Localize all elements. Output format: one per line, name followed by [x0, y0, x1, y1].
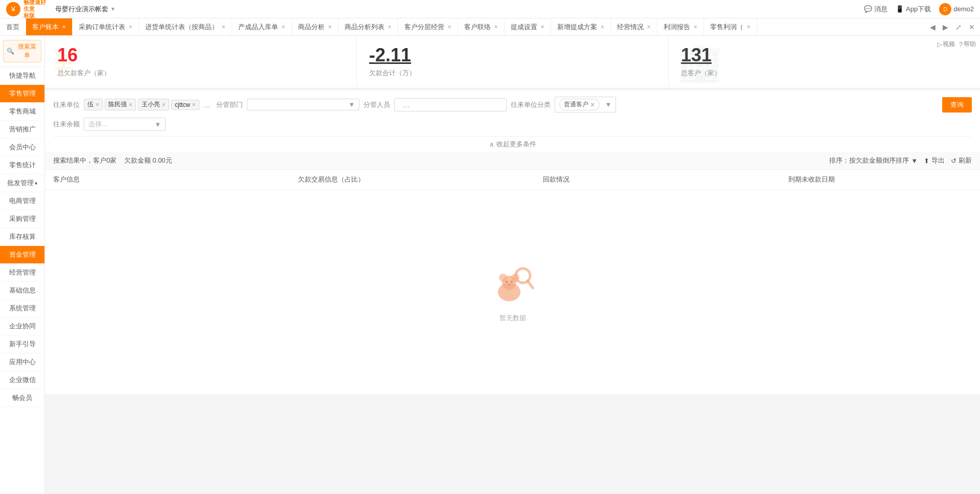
tab-promotion-settings-close[interactable]: ✕ [540, 24, 544, 30]
sidebar-item-member[interactable]: 畅会员 [0, 389, 44, 407]
nav-close-all-btn[interactable]: ✕ [967, 22, 977, 32]
tab-product-analysis-list[interactable]: 商品分析列表 ✕ [338, 18, 398, 36]
sidebar-item-inventory[interactable]: 库存核算 [0, 228, 44, 246]
tab-operations-label: 经营情况 [617, 23, 644, 32]
filter-tag-cjttcw: cjttcw ✕ [171, 100, 199, 110]
tab-retail-profit-close[interactable]: ✕ [746, 24, 750, 30]
empty-illustration [490, 261, 536, 307]
filter-category-tag-close[interactable]: ✕ [590, 101, 595, 108]
sidebar-item-enterprise-collab[interactable]: 企业协同 [0, 318, 44, 335]
sidebar-item-enterprise-wechat[interactable]: 企业微信 [0, 371, 44, 389]
tab-product-analysis-list-label: 商品分析列表 [345, 23, 384, 32]
sidebar-item-member-center[interactable]: 会员中心 [0, 139, 44, 156]
main-layout: 🔍 搜索菜单 快捷导航 零售管理 零售商城 营销推广 会员中心 零售统计 批发管… [0, 36, 980, 494]
tab-operations[interactable]: 经营情况 ✕ [611, 18, 657, 36]
stat-debt-amount: ✦ -2.11 欠款合计（万） [357, 36, 669, 88]
sidebar-item-system[interactable]: 系统管理 [0, 300, 44, 318]
filter-tag-wu: 伍 ✕ [84, 99, 103, 110]
filter-row-2: 往来余额 选择... ▼ [53, 118, 972, 131]
sidebar-item-retail-mall[interactable]: 零售商城 [0, 103, 44, 121]
filter-remaining-select[interactable]: 选择... ▼ [84, 118, 166, 131]
tab-accounts-close[interactable]: ✕ [62, 24, 66, 30]
sidebar-item-basic-info[interactable]: 基础信息 [0, 282, 44, 300]
messages-btn[interactable]: 💬 消息 [864, 5, 887, 14]
tab-stock-stats-close[interactable]: ✕ [221, 24, 225, 30]
help-link[interactable]: ? 帮助 [959, 40, 976, 49]
tab-accounts[interactable]: 客户账本 ✕ [26, 18, 73, 36]
result-actions: 排序：按欠款金额倒序排序 ▼ ⬆ 导出 ↺ 刷新 [829, 156, 972, 165]
sidebar-item-app-center[interactable]: 应用中心 [0, 353, 44, 371]
sidebar-item-ops-mgmt[interactable]: 经营管理 [0, 264, 44, 282]
company-selector[interactable]: 母婴行业演示帐套 ▼ [55, 5, 116, 14]
sidebar-item-retail-stats[interactable]: 零售统计 [0, 156, 44, 174]
filter-row-1: 往来单位 伍 ✕ 陈民强 ✕ 王小亮 ✕ cjttcw [53, 97, 972, 113]
search-menu-btn[interactable]: 🔍 搜索菜单 [3, 40, 41, 62]
tab-customer-tier-close[interactable]: ✕ [447, 24, 451, 30]
tab-promotion-settings-label: 提成设置 [511, 23, 537, 32]
filter-branch-person-select[interactable]: ... [394, 98, 507, 111]
nav-scroll-right-btn[interactable]: ▶ [941, 22, 950, 32]
tab-customer-contact[interactable]: 客户联络 ✕ [458, 18, 505, 36]
wholesale-arrow-icon: ▾ [35, 181, 37, 186]
nav-scroll-left-btn[interactable]: ◀ [928, 22, 938, 32]
table-container: 客户信息 欠款交易信息（占比） 回款情况 到期未收款日期 [45, 170, 980, 394]
tab-profit-report[interactable]: 利润报告 ✕ [657, 18, 704, 36]
tab-promotion-settings[interactable]: 提成设置 ✕ [505, 18, 551, 36]
play-icon: ▷ [937, 41, 942, 48]
tab-production-stock[interactable]: 产成品入库单 ✕ [232, 18, 292, 36]
tab-accounts-label: 客户账本 [32, 23, 59, 32]
sidebar-item-marketing[interactable]: 营销推广 [0, 121, 44, 139]
empty-text: 暂无数据 [499, 313, 526, 323]
tab-profit-report-close[interactable]: ✕ [693, 24, 697, 30]
stat-debt-customers: ¥ 16 总欠款客户（家） [45, 36, 357, 88]
filter-branch-person-ellipsis[interactable]: ... [401, 100, 412, 109]
tab-purchase-orders[interactable]: 采购订单统计表 ✕ [73, 18, 139, 36]
filter-tag-wu-close[interactable]: ✕ [95, 102, 99, 107]
tab-customer-tier-label: 客户分层经营 [404, 23, 444, 32]
tab-retail-profit[interactable]: 零售利润（ ✕ [704, 18, 757, 36]
help-icon: ? [959, 41, 963, 48]
nav-expand-btn[interactable]: ⤢ [953, 22, 964, 32]
sort-label: 排序：按欠款金额倒序排序 [829, 156, 909, 165]
tab-new-promotion-close[interactable]: ✕ [600, 24, 604, 30]
tab-customer-tier[interactable]: 客户分层经营 ✕ [398, 18, 458, 36]
tab-production-stock-close[interactable]: ✕ [281, 24, 285, 30]
sidebar-item-ecommerce[interactable]: 电商管理 [0, 192, 44, 210]
sidebar-item-wholesale[interactable]: 批发管理 ▾ [0, 174, 44, 192]
tab-purchase-orders-close[interactable]: ✕ [128, 24, 132, 30]
sort-selector[interactable]: 排序：按欠款金额倒序排序 ▼ [829, 156, 918, 165]
user-menu[interactable]: D demo2 [939, 3, 974, 15]
content-area: ¥ 16 总欠款客户（家） ✦ -2.11 欠款合计（万） 🏢 131 总客户（… [45, 36, 980, 494]
tab-customer-contact-close[interactable]: ✕ [494, 24, 498, 30]
sidebar-item-finance[interactable]: 资金管理 [0, 246, 44, 264]
message-icon: 💬 [864, 5, 872, 13]
filter-tags-more[interactable]: ... [201, 100, 212, 109]
avatar: D [939, 3, 951, 15]
filter-tag-cjttcw-close[interactable]: ✕ [192, 102, 196, 107]
stat-bg-icon-2: ✦ [365, 40, 396, 83]
filter-tag-wang-close[interactable]: ✕ [162, 102, 166, 107]
video-link[interactable]: ▷ 视频 [937, 40, 955, 49]
stat-label-debt-customers: 总欠款客户（家） [57, 69, 344, 78]
collapse-filter-btn[interactable]: ∧ 收起更多条件 [53, 136, 972, 152]
export-btn[interactable]: ⬆ 导出 [924, 156, 945, 165]
sidebar-item-retail[interactable]: 零售管理 [0, 85, 44, 103]
app-download-btn[interactable]: 📱 App下载 [896, 5, 931, 14]
sidebar: 🔍 搜索菜单 快捷导航 零售管理 零售商城 营销推广 会员中心 零售统计 批发管… [0, 36, 45, 494]
sidebar-item-quick-nav[interactable]: 快捷导航 [0, 67, 44, 85]
tab-operations-close[interactable]: ✕ [647, 24, 651, 30]
filter-branch-dept-select[interactable]: ▼ [247, 99, 359, 110]
tab-product-analysis-close[interactable]: ✕ [328, 24, 332, 30]
filter-client-category-select[interactable]: 普通客户 ✕ ▼ [555, 97, 616, 113]
refresh-btn[interactable]: ↺ 刷新 [951, 156, 972, 165]
query-button[interactable]: 查询 [942, 97, 972, 113]
stat-number-debt-customers: 16 [57, 46, 344, 64]
tab-home[interactable]: 首页 [0, 18, 26, 36]
tab-product-analysis-list-close[interactable]: ✕ [388, 24, 392, 30]
tab-product-analysis[interactable]: 商品分析 ✕ [292, 18, 338, 36]
filter-tag-chen-close[interactable]: ✕ [128, 102, 132, 107]
tab-new-promotion[interactable]: 新增提成方案 ✕ [551, 18, 611, 36]
sidebar-item-purchase[interactable]: 采购管理 [0, 210, 44, 228]
sidebar-item-new-guide[interactable]: 新手引导 [0, 335, 44, 353]
tab-stock-stats[interactable]: 进货单统计表（按商品） ✕ [139, 18, 232, 36]
